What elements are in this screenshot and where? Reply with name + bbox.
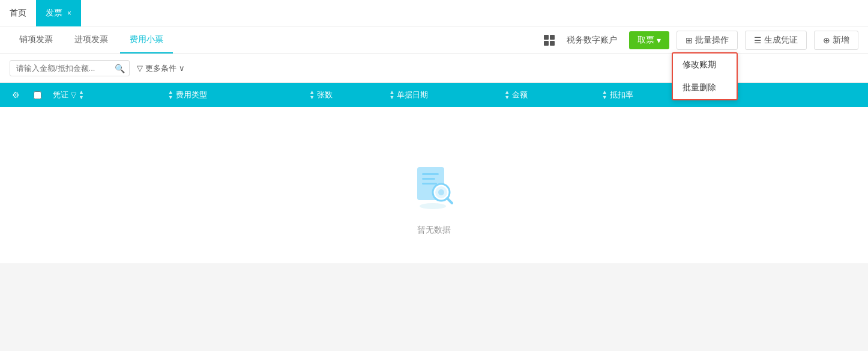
th-expense-type: ▲▼ 费用类型: [163, 90, 305, 100]
amount-sort[interactable]: ▲▼: [504, 90, 510, 100]
more-conditions-label: 更多条件: [145, 63, 176, 74]
more-conditions-button[interactable]: ▽ 更多条件 ∨: [137, 63, 185, 74]
search-wrap: 🔍: [10, 60, 130, 76]
filter-icon: ▽: [137, 64, 143, 73]
svg-point-0: [420, 203, 446, 209]
top-nav: 首页 发票 ×: [0, 0, 868, 26]
get-invoice-button[interactable]: 取票 ▾: [629, 31, 669, 49]
toolbar: 税务数字账户 取票 ▾ ⊞ 批量操作 修改账期 批量删除 ☰ 生成凭证 ⊕ 新增: [544, 31, 858, 50]
svg-rect-2: [422, 173, 439, 175]
empty-text: 暂无数据: [417, 225, 451, 236]
search-icon[interactable]: 🔍: [115, 64, 125, 73]
generate-voucher-button[interactable]: ☰ 生成凭证: [745, 31, 807, 50]
deduct-rate-sort[interactable]: ▲▼: [602, 90, 607, 100]
th-count: ▲▼ 张数: [304, 90, 384, 100]
batch-op-wrapper: ⊞ 批量操作 修改账期 批量删除: [677, 31, 738, 50]
generate-voucher-label: 生成凭证: [764, 35, 798, 46]
tab-jinxiang[interactable]: 进项发票: [65, 26, 118, 53]
add-icon: ⊕: [823, 35, 830, 45]
search-input[interactable]: [10, 60, 130, 76]
qr-grid-icon: [544, 35, 555, 46]
date-sort[interactable]: ▲▼: [390, 90, 395, 100]
table-select-all[interactable]: [26, 91, 48, 99]
count-sort[interactable]: ▲▼: [309, 90, 315, 100]
invoice-tab-label: 发票: [46, 8, 62, 19]
dropdown-item-modify-period[interactable]: 修改账期: [673, 53, 737, 76]
invoice-tab[interactable]: 发票 ×: [36, 0, 81, 26]
get-invoice-arrow: ▾: [657, 35, 661, 45]
expense-type-sort[interactable]: ▲▼: [168, 90, 173, 100]
svg-line-7: [447, 198, 452, 203]
qr-icon-button[interactable]: [544, 35, 555, 46]
voucher-sort[interactable]: ▲▼: [79, 90, 84, 100]
batch-op-icon: ⊞: [686, 35, 693, 45]
select-all-checkbox[interactable]: [34, 91, 41, 99]
empty-state: 暂无数据: [0, 107, 868, 260]
invoice-tab-close[interactable]: ×: [67, 9, 71, 17]
tab-xiaoxiang[interactable]: 销项发票: [10, 26, 62, 53]
generate-voucher-icon: ☰: [754, 35, 762, 45]
tab-feiyong[interactable]: 费用小票: [120, 26, 173, 53]
th-date: ▲▼ 单据日期: [385, 90, 500, 100]
th-amount: ▲▼ 金额: [499, 90, 597, 100]
tax-account-button[interactable]: 税务数字账户: [562, 32, 622, 48]
add-button[interactable]: ⊕ 新增: [814, 31, 858, 50]
dropdown-item-batch-delete[interactable]: 批量删除: [673, 76, 737, 99]
add-label: 新增: [833, 35, 849, 46]
batch-dropdown-menu: 修改账期 批量删除: [672, 52, 738, 100]
empty-illustration: [404, 155, 464, 215]
svg-point-8: [438, 189, 444, 195]
table-settings-icon[interactable]: ⚙: [5, 90, 26, 100]
batch-op-button[interactable]: ⊞ 批量操作: [677, 31, 738, 50]
sub-tabs-left: 销项发票 进项发票 费用小票: [10, 26, 175, 53]
get-invoice-label: 取票: [637, 35, 654, 46]
svg-rect-4: [422, 183, 437, 185]
th-voucher: 凭证 ▽ ▲▼: [48, 90, 163, 100]
batch-op-label: 批量操作: [695, 35, 729, 46]
content-area: ⚙ 凭证 ▽ ▲▼ ▲▼ 费用类型 ▲▼ 张数 ▲▼ 单据日: [0, 83, 868, 263]
voucher-filter-icon[interactable]: ▽: [71, 91, 76, 99]
svg-rect-3: [422, 178, 435, 180]
filter-bar: 🔍 ▽ 更多条件 ∨: [0, 54, 868, 83]
home-tab[interactable]: 首页: [0, 8, 36, 19]
sub-tabs-bar: 销项发票 进项发票 费用小票 税务数字账户 取票 ▾ ⊞ 批量操作: [0, 26, 868, 54]
table-header: ⚙ 凭证 ▽ ▲▼ ▲▼ 费用类型 ▲▼ 张数 ▲▼ 单据日: [0, 83, 868, 107]
more-conditions-arrow: ∨: [179, 64, 185, 73]
